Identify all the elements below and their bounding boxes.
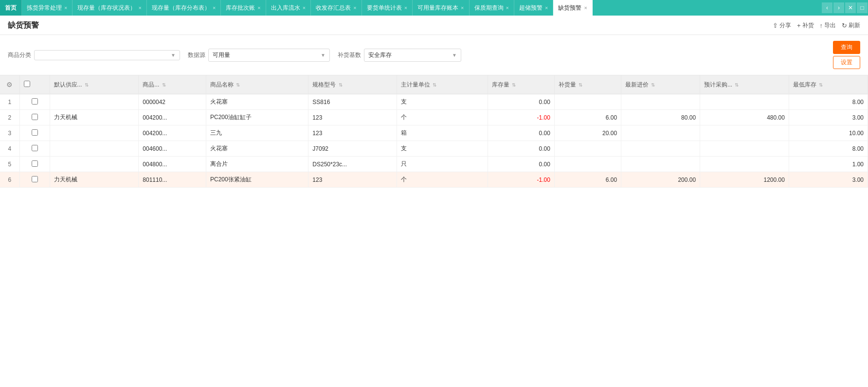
row-num-cell: 1: [0, 94, 19, 110]
row-unit-cell: 箱: [397, 125, 488, 141]
row-checkbox-cell[interactable]: [19, 94, 50, 110]
col-latest-price[interactable]: 最新进价 ⇅: [621, 75, 700, 94]
col-replenish[interactable]: 补货量 ⇅: [554, 75, 621, 94]
table-row[interactable]: 4 004600... 火花塞 J7092 支 0.00 8.00: [0, 141, 868, 157]
table-row[interactable]: 2 力天机械 004200... PC200油缸缸子 123 个 -1.00 6…: [0, 110, 868, 125]
tab-nav-controls: ‹ › ✕ □: [821, 2, 868, 13]
table-body: 1 0000042 火花塞 SS816 支 0.00 8.00 2 力天机械 0…: [0, 94, 868, 188]
tab-abnormal-close[interactable]: ×: [64, 5, 67, 11]
row-checkbox-cell[interactable]: [19, 141, 50, 157]
replenish-base-select[interactable]: 安全库存 ▼: [364, 49, 461, 62]
col-supplier[interactable]: 默认供应... ⇅: [50, 75, 139, 94]
tab-expire-close[interactable]: ×: [506, 5, 509, 11]
col-replenish-sort-icon: ⇅: [579, 82, 582, 88]
datasource-select[interactable]: 可用量 ▼: [208, 49, 330, 62]
tab-stock-status-close[interactable]: ×: [138, 5, 141, 11]
row-checkbox[interactable]: [32, 98, 38, 105]
col-latest-price-label: 最新进价: [625, 81, 649, 88]
row-checkbox[interactable]: [32, 176, 38, 182]
row-est-purchase-cell: [700, 157, 789, 172]
tab-shortage-label: 缺货预警: [558, 4, 581, 12]
row-stock-cell: -1.00: [488, 172, 554, 188]
col-checkbox: [19, 75, 50, 94]
tab-flow-label: 出入库流水: [271, 4, 300, 12]
tab-stock-status-label: 现存量（库存状况表）: [77, 4, 136, 12]
replenish-icon: +: [797, 22, 801, 29]
tab-batch[interactable]: 库存批次账 ×: [221, 0, 266, 16]
tab-maximize-btn[interactable]: □: [857, 2, 868, 13]
replenish-button[interactable]: + 补货: [797, 21, 814, 30]
col-code[interactable]: 商品... ⇅: [139, 75, 206, 94]
row-checkbox-cell[interactable]: [19, 157, 50, 172]
tab-expire[interactable]: 保质期查询 ×: [470, 0, 514, 16]
tab-flow[interactable]: 出入库流水 ×: [266, 0, 311, 16]
row-checkbox-cell[interactable]: [19, 110, 50, 125]
column-settings-icon[interactable]: ⚙: [4, 79, 15, 90]
table-row[interactable]: 6 力天机械 801110... PC200张紧油缸 123 个 -1.00 6…: [0, 172, 868, 188]
settings-button[interactable]: 设置: [833, 56, 860, 69]
tab-stock-status[interactable]: 现存量（库存状况表） ×: [72, 0, 146, 16]
tab-stock-dist-close[interactable]: ×: [213, 5, 216, 11]
tab-stock-dist-label: 现存量（库存分布表）: [152, 4, 210, 12]
col-stock[interactable]: 库存量 ⇅: [488, 75, 554, 94]
row-supplier-cell: [50, 125, 139, 141]
row-checkbox[interactable]: [32, 114, 38, 120]
tab-collect[interactable]: 收发存汇总表 ×: [311, 0, 362, 16]
replenish-label: 补货: [802, 21, 814, 30]
export-button[interactable]: ↑ 导出: [820, 21, 836, 30]
tab-shortage[interactable]: 缺货预警 ×: [553, 0, 592, 16]
tab-available[interactable]: 可用量库存账本 ×: [413, 0, 469, 16]
row-latest-price-cell: 80.00: [621, 110, 700, 125]
query-button[interactable]: 查询: [833, 41, 860, 54]
col-min-stock[interactable]: 最低库存 ⇅: [789, 75, 868, 94]
row-num-cell: 4: [0, 141, 19, 157]
row-checkbox-cell[interactable]: [19, 172, 50, 188]
tab-home[interactable]: 首页: [0, 0, 22, 16]
table-row[interactable]: 5 004800... 离合片 DS250*23c... 只 0.00 1.00: [0, 157, 868, 172]
tab-flow-close[interactable]: ×: [303, 5, 306, 11]
tab-order-stat-close[interactable]: ×: [404, 5, 407, 11]
tab-overstock-label: 超储预警: [519, 4, 542, 12]
table-row[interactable]: 3 004200... 三九 123 箱 0.00 20.00 10.00: [0, 125, 868, 141]
category-select[interactable]: ▼: [34, 50, 180, 60]
tab-scroll-right-btn[interactable]: ›: [833, 2, 844, 13]
col-code-label: 商品...: [143, 81, 159, 88]
col-est-purchase[interactable]: 预计采购... ⇅: [700, 75, 789, 94]
tab-scroll-left-btn[interactable]: ‹: [822, 2, 832, 13]
tab-shortage-close[interactable]: ×: [584, 5, 587, 11]
row-replenish-cell: 6.00: [554, 172, 621, 188]
tab-collect-close[interactable]: ×: [353, 5, 356, 11]
tab-overstock[interactable]: 超储预警 ×: [514, 0, 553, 16]
share-button[interactable]: ⇧ 分享: [773, 21, 791, 30]
table-row[interactable]: 1 0000042 火花塞 SS816 支 0.00 8.00: [0, 94, 868, 110]
row-spec-cell: J7092: [308, 141, 397, 157]
row-checkbox-cell[interactable]: [19, 125, 50, 141]
row-checkbox[interactable]: [32, 145, 38, 151]
datasource-filter-label: 数据源: [188, 51, 205, 59]
col-settings[interactable]: ⚙: [0, 75, 19, 94]
col-unit[interactable]: 主计量单位 ⇅: [397, 75, 488, 94]
col-unit-sort-icon: ⇅: [433, 82, 436, 88]
row-est-purchase-cell: [700, 125, 789, 141]
tab-abnormal[interactable]: 拣货异常处理 ×: [22, 0, 72, 16]
tab-close-all-btn[interactable]: ✕: [845, 2, 856, 13]
col-spec[interactable]: 规格型号 ⇅: [308, 75, 397, 94]
row-spec-cell: 123: [308, 172, 397, 188]
category-dropdown-icon: ▼: [171, 53, 176, 58]
col-name[interactable]: 商品名称 ⇅: [206, 75, 308, 94]
tab-stock-dist[interactable]: 现存量（库存分布表） ×: [147, 0, 221, 16]
row-num-cell: 5: [0, 157, 19, 172]
row-checkbox[interactable]: [32, 160, 38, 167]
row-stock-cell: 0.00: [488, 94, 554, 110]
row-name-cell: PC200张紧油缸: [206, 172, 308, 188]
share-label: 分享: [779, 21, 791, 30]
select-all-checkbox[interactable]: [24, 81, 30, 87]
tab-bar: 首页 拣货异常处理 × 现存量（库存状况表） × 现存量（库存分布表） × 库存…: [0, 0, 868, 16]
page-title: 缺货预警: [8, 20, 39, 31]
refresh-button[interactable]: ↻ 刷新: [842, 21, 860, 30]
tab-available-close[interactable]: ×: [461, 5, 464, 11]
row-checkbox[interactable]: [32, 129, 38, 136]
tab-overstock-close[interactable]: ×: [545, 5, 548, 11]
tab-order-stat[interactable]: 要货单统计表 ×: [362, 0, 413, 16]
tab-batch-close[interactable]: ×: [257, 5, 260, 11]
